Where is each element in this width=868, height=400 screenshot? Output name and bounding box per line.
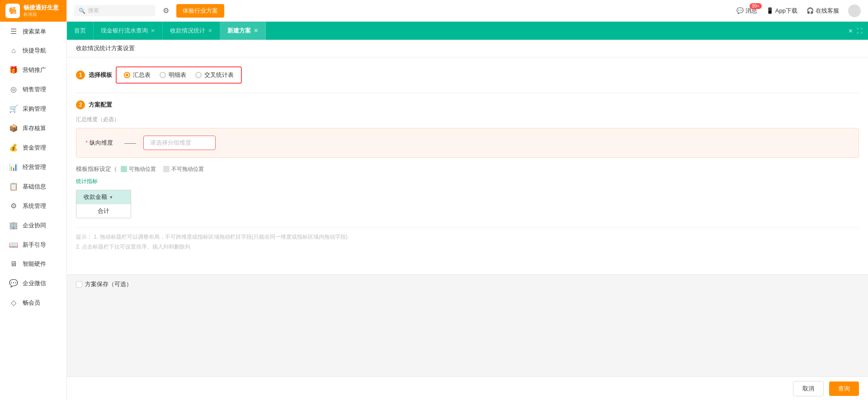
sidebar-item-enterprise[interactable]: 🏢 企业协同 [0,216,66,235]
main-area: 🔍 搜索 ⚙ 体验行业方案 💬 消息 99+ 📱 App下载 🎧 在线客服 首页 [67,0,868,400]
tip-line1: 提示： 1. 拖动标题栏可以调整布局，不可跨维度或指标区域拖动栏目字段(只能在同… [76,232,859,242]
legend-draggable-label: 可拖动位置 [129,165,156,173]
sidebar-item-label: 经营管理 [23,163,46,171]
sidebar-logo: 畅 畅捷通好生意 标准版 [0,0,66,22]
legend-non-draggable-label: 不可拖动位置 [171,165,204,173]
step2-header: 2 方案配置 [76,100,859,109]
sidebar-item-label: 库存核算 [23,124,46,132]
query-button[interactable]: 查询 [829,381,859,396]
search-input[interactable]: 🔍 搜索 [74,5,156,16]
step2-block: 2 方案配置 汇总维度（必选） * 纵向维度 —— 请选择 [76,100,859,256]
sidebar-item-label: 搜索菜单 [23,28,46,36]
app-download-button[interactable]: 📱 App下载 [766,7,797,15]
radio-cross-label: 交叉统计表 [204,71,234,79]
vertical-dim-label: * 纵向维度 [85,139,117,147]
message-button[interactable]: 💬 消息 99+ [736,7,757,15]
save-checkbox-text: 方案保存（可选） [85,280,132,288]
sidebar-item-label: 畅会员 [23,299,40,307]
indicator-grid: 收款金额 ▾ 合计 [76,190,131,218]
sales-icon: ◎ [9,85,18,94]
tab-bank-flow-close[interactable]: ✕ [151,28,155,34]
sidebar-item-label: 新手引导 [23,241,46,249]
tab-bank-flow-label: 现金银行流水查询 [101,27,148,35]
sidebar-item-label: 企业微信 [23,279,46,287]
sidebar-item-label: 快捷导航 [23,47,46,55]
stat-indicator-label: 统计指标 [76,178,859,185]
radio-cross[interactable]: 交叉统计表 [195,71,234,79]
user-avatar[interactable] [848,5,861,17]
trial-button[interactable]: 体验行业方案 [176,4,224,18]
sidebar-item-quick-nav[interactable]: ⌂ 快捷导航 [0,41,66,60]
footer-bar: 方案保存（可选） [67,274,868,294]
radio-detail-circle [160,72,166,78]
tab-new-plan-close[interactable]: ✕ [254,28,258,34]
topbar: 🔍 搜索 ⚙ 体验行业方案 💬 消息 99+ 📱 App下载 🎧 在线客服 [67,0,868,22]
legend-draggable-box [121,166,127,172]
sidebar-item-finance[interactable]: 💰 资金管理 [0,138,66,157]
sidebar-item-label: 销售管理 [23,85,46,94]
tab-bank-flow[interactable]: 现金银行流水查询 ✕ [94,22,163,40]
message-badge: 99+ [750,3,762,9]
save-checkbox[interactable] [76,281,82,287]
sidebar-item-guide[interactable]: 📖 新手引导 [0,235,66,254]
wechat-icon: 💬 [9,279,18,287]
sidebar-item-label: 系统管理 [23,202,46,210]
sidebar-item-marketing[interactable]: 🎁 营销推广 [0,60,66,80]
gift-icon: 🎁 [9,66,18,74]
service-button[interactable]: 🎧 在线客服 [807,7,839,15]
sidebar-item-purchase[interactable]: 🛒 采购管理 [0,99,66,118]
tab-home[interactable]: 首页 [67,22,94,40]
operation-icon: 📊 [9,163,18,171]
sidebar-item-label: 资金管理 [23,144,46,152]
sidebar-item-hardware[interactable]: 🖥 智能硬件 [0,254,66,273]
legend-non-draggable: 不可拖动位置 [163,165,204,173]
cancel-button[interactable]: 取消 [793,381,824,396]
indicator-header-text: 模板指标设定（ [76,165,117,173]
tab-new-plan[interactable]: 新建方案 ✕ [220,22,266,40]
tab-collect-stat-label: 收款情况统计 [170,27,205,35]
dimension-area: * 纵向维度 —— 请选择分组维度 [76,128,859,158]
chevron-down-icon: ▾ [110,194,113,200]
sidebar-item-base-info[interactable]: 📋 基础信息 [0,177,66,196]
search-placeholder: 搜索 [88,7,99,14]
dimension-section-label: 汇总维度（必选） [76,116,859,123]
dim-select-vertical[interactable]: 请选择分组维度 [143,136,216,150]
sidebar-item-member[interactable]: ◇ 畅会员 [0,293,66,312]
sidebar-item-stock[interactable]: 📦 库存核算 [0,118,66,138]
radio-summary[interactable]: 汇总表 [124,71,151,79]
tab-collect-stat-close[interactable]: ✕ [208,28,212,34]
gear-icon[interactable]: ⚙ [163,6,169,15]
save-checkbox-label[interactable]: 方案保存（可选） [76,280,132,288]
sidebar-item-operation[interactable]: 📊 经营管理 [0,157,66,177]
sidebar-item-label: 企业协同 [23,221,46,230]
base-info-icon: 📋 [9,182,18,191]
system-icon: ⚙ [9,202,18,210]
logo-text-block: 畅捷通好生意 标准版 [24,4,59,18]
sidebar-item-wechat[interactable]: 💬 企业微信 [0,273,66,293]
radio-cross-circle [195,72,202,78]
template-options: 汇总表 明细表 交叉统计表 [116,66,242,84]
guide-icon: 📖 [9,240,18,249]
sidebar-item-sales[interactable]: ◎ 销售管理 [0,80,66,99]
tab-expand-icon[interactable]: ⛶ [857,28,863,34]
form-body: 1 选择模板 汇总表 明细表 交叉统计表 [67,57,868,274]
app-icon: 📱 [766,7,774,14]
sidebar-item-label: 采购管理 [23,105,46,113]
tabbar-controls: ✕ ⛶ [843,22,868,40]
content-area: 收款情况统计方案设置 1 选择模板 汇总表 明细表 [67,40,868,376]
indicator-section: 模板指标设定（ 可拖动位置 不可拖动位置 [76,165,859,218]
radio-detail[interactable]: 明细表 [160,71,186,79]
tab-close-all-icon[interactable]: ✕ [848,28,853,34]
indicator-sub-cell: 合计 [76,204,131,218]
step2-number: 2 [76,100,85,109]
tab-home-label: 首页 [74,27,86,35]
sidebar-item-search-menu[interactable]: ☰ 搜索菜单 [0,22,66,41]
indicator-grid-header[interactable]: 收款金额 ▾ [76,190,131,204]
tab-collect-stat[interactable]: 收款情况统计 ✕ [163,22,220,40]
step1-block: 1 选择模板 汇总表 明细表 交叉统计表 [76,66,859,84]
sidebar-item-label: 智能硬件 [23,260,46,268]
dim-arrow: —— [124,140,136,146]
required-mark: * [85,139,88,146]
indicator-legend: 可拖动位置 不可拖动位置 [121,165,204,173]
sidebar-item-system[interactable]: ⚙ 系统管理 [0,196,66,216]
